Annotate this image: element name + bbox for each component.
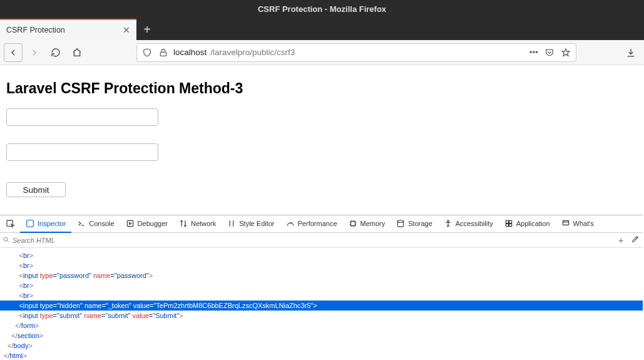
password-input[interactable] — [6, 143, 158, 161]
dom-line: </section> — [0, 331, 643, 341]
forward-button[interactable] — [25, 43, 44, 62]
text-input-1[interactable] — [6, 108, 158, 126]
address-bar[interactable]: localhost/laravelpro/public/csrf3 ••• — [136, 43, 576, 62]
submit-button[interactable]: Submit — [6, 182, 66, 197]
svg-rect-10 — [509, 224, 511, 226]
tab-strip: CSRF Protection ✕ + — [0, 18, 644, 40]
tab-performance[interactable]: Performance — [280, 215, 343, 233]
element-picker-button[interactable] — [1, 215, 20, 233]
browser-tab[interactable]: CSRF Protection ✕ — [0, 19, 136, 40]
tab-label: CSRF Protection — [6, 26, 121, 34]
tab-application[interactable]: Application — [499, 215, 556, 233]
dom-line: <input type="submit" name="submit" value… — [0, 311, 643, 321]
tab-storage[interactable]: Storage — [391, 215, 438, 233]
tab-debugger[interactable]: Debugger — [120, 215, 173, 233]
tab-accessibility[interactable]: Accessibility — [438, 215, 499, 233]
svg-point-5 — [398, 220, 404, 222]
dom-line: </body> — [0, 341, 643, 351]
dom-line: <br> — [0, 260, 643, 270]
close-icon[interactable]: ✕ — [121, 25, 131, 35]
window-titlebar: CSRF Protection - Mozilla Firefox — [0, 0, 644, 18]
svg-rect-3 — [127, 220, 133, 226]
search-html-input[interactable] — [13, 237, 613, 244]
back-button[interactable] — [4, 43, 23, 62]
tab-network[interactable]: Network — [173, 215, 222, 233]
tab-whats-new[interactable]: What's — [556, 215, 600, 233]
page-heading: Laravel CSRF Protection Method-3 — [6, 80, 638, 97]
shield-icon — [141, 48, 153, 58]
dom-line: <br> — [0, 250, 643, 260]
pocket-icon[interactable] — [543, 48, 556, 58]
tab-memory[interactable]: Memory — [343, 215, 391, 233]
tab-console[interactable]: Console — [71, 215, 120, 233]
reload-button[interactable] — [46, 43, 65, 62]
dom-line: <input type="password" name="password"> — [0, 270, 643, 280]
dom-line: <br> — [0, 280, 643, 291]
address-path: /laravelpro/public/csrf3 — [210, 48, 295, 57]
tab-style-editor[interactable]: Style Editor — [222, 215, 280, 233]
dom-line: </html> — [0, 351, 643, 360]
svg-point-6 — [447, 220, 449, 221]
home-button[interactable] — [68, 43, 86, 62]
lock-icon — [157, 48, 170, 58]
add-node-button[interactable]: + — [615, 235, 626, 245]
eyedropper-button[interactable] — [629, 235, 640, 245]
address-host: localhost — [173, 48, 207, 57]
devtools-panel: Inspector Console Debugger Network Style… — [0, 215, 643, 360]
dom-line: <br> — [0, 291, 643, 301]
download-button[interactable] — [621, 43, 640, 62]
ellipsis-icon[interactable]: ••• — [528, 48, 539, 57]
nav-toolbar: localhost/laravelpro/public/csrf3 ••• — [0, 40, 644, 65]
svg-rect-9 — [506, 224, 508, 226]
svg-rect-11 — [563, 220, 568, 225]
devtools-search-bar: + — [0, 233, 643, 248]
window-title: CSRF Protection - Mozilla Firefox — [258, 4, 386, 14]
svg-rect-7 — [506, 220, 508, 223]
search-icon — [3, 236, 10, 245]
svg-rect-0 — [160, 52, 166, 56]
svg-rect-8 — [509, 220, 511, 223]
page-content: Laravel CSRF Protection Method-3 Submit — [0, 65, 644, 205]
svg-point-12 — [4, 237, 8, 241]
dom-line-selected[interactable]: <input type="hidden" name="_token" value… — [0, 301, 643, 311]
new-tab-button[interactable]: + — [136, 19, 158, 40]
devtools-tabs: Inspector Console Debugger Network Style… — [0, 215, 643, 233]
tab-inspector[interactable]: Inspector — [20, 215, 71, 233]
svg-rect-4 — [350, 221, 355, 225]
dom-tree[interactable]: <br> <br> <input type="password" name="p… — [0, 248, 643, 360]
svg-rect-2 — [27, 220, 34, 227]
dom-line: </form> — [0, 321, 643, 331]
star-icon[interactable] — [560, 48, 572, 58]
